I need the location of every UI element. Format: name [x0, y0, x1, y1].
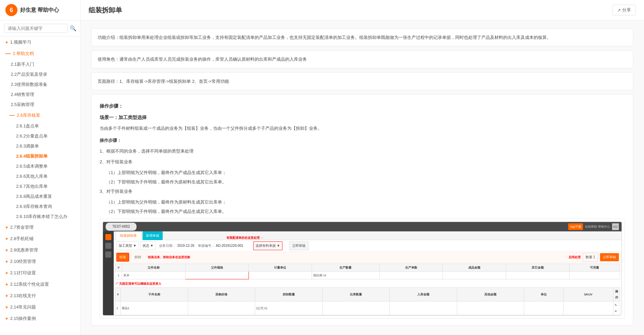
mock-tab-new: 新增单据	[143, 231, 163, 240]
share-icon: ↗	[617, 8, 621, 13]
mock-th-prod-orders: 生产单数	[379, 264, 443, 272]
mock-screen: TEST-H002 App下载 在线帮助 帮助中心 CC	[103, 222, 622, 316]
logo-icon: 6	[5, 4, 17, 16]
mock-brow1-ops: ✎ ✕	[613, 301, 620, 315]
step2-sub2: （2）下部明细为子件明细，最终作为原材料生成其它出库单。	[106, 178, 625, 186]
step1: 1、根据不同的业务，选择不同单据的类型来处理	[100, 147, 625, 156]
mock-row1-avail	[569, 272, 620, 279]
mock-th-avail: 可用量	[569, 264, 620, 272]
mock-bom-select: 选择有料单据 ▼	[253, 241, 282, 250]
search-box: 🔍	[0, 20, 80, 37]
nav-list: + 1.视频学习 — 2.帮助文档 2.1新手入门 2.2产品安装及登录 2.3…	[0, 37, 80, 335]
mock-brow2-dqty: 30.00	[255, 315, 323, 316]
mock-th-parent-spec: 父件规格	[185, 264, 249, 272]
sidebar-item-262[interactable]: 2.6.2分量盘点单	[0, 131, 80, 141]
sidebar-item-label: 2.帮助文档	[13, 51, 34, 57]
path-block: 页面路径：1、库存核算->库存管理->组装拆卸单 2、首页->常用功能	[91, 72, 633, 90]
mock-enable-btn: 立即审核	[289, 241, 309, 250]
sidebar-item-210[interactable]: + 2.10经营管理	[0, 256, 80, 267]
mock-save-btn: 立即审核	[600, 253, 619, 261]
mock-disassemble-tab: 拆卸	[132, 253, 144, 261]
mock-bth-out-qty: 出库数量	[322, 288, 390, 301]
mock-th-other: 其它金额	[506, 264, 570, 272]
mock-brow1-iamt	[390, 301, 457, 315]
mock-assemble-tab: 组装	[116, 253, 129, 262]
search-input[interactable]	[4, 24, 68, 33]
sidebar-item-21[interactable]: 2.1新手入门	[0, 59, 80, 69]
sidebar-item-docs[interactable]: — 2.帮助文档	[0, 48, 80, 59]
mock-qty: 数量 1	[583, 253, 598, 262]
sidebar-item-29[interactable]: + 2.9优惠券管理	[0, 244, 80, 256]
sidebar-item-265[interactable]: 2.6.5成本调整单	[0, 161, 80, 171]
main-content: 功能介绍：组装拆卸单用来处理企业组装或拆卸等加工业务，支持有固定装配清单的产品加…	[80, 20, 644, 335]
mock-bth-unit: 单位	[524, 288, 564, 301]
sidebar-item-label: 2.15操作案例	[10, 316, 36, 322]
mock-brow1-oamt	[457, 301, 524, 315]
sidebar-item-2610[interactable]: 2.6.10库存账本错了怎么办	[0, 212, 80, 222]
sidebar-item-24[interactable]: 2.4销售管理	[0, 90, 80, 100]
sidebar-item-214[interactable]: + 2.14常见问题	[0, 301, 80, 313]
step2-sub1: （1）上部明细为父件明细，最终作为产成品生成其它入库单；	[106, 168, 625, 177]
sidebar-item-266[interactable]: 2.6.6其他入库单	[0, 171, 80, 181]
mock-row1-unit	[249, 272, 312, 279]
mock-bth-other: 其他金额	[457, 288, 524, 301]
mock-row1-no: 1	[115, 272, 122, 279]
scenario1-title: 场景一：加工类型选择	[100, 113, 625, 122]
sidebar-item-video[interactable]: + 1.视频学习	[0, 37, 80, 48]
mock-url-bar: TEST-H002	[106, 223, 137, 231]
mock-row1-other	[506, 272, 570, 279]
expand-211-icon: +	[5, 270, 8, 276]
share-button[interactable]: ↗ 分享	[612, 5, 636, 15]
mock-bth-sku: SKUV	[563, 288, 613, 301]
sidebar-item-28[interactable]: + 2.8手机旺铺	[0, 233, 80, 244]
mock-brow1-unit	[524, 301, 564, 315]
sidebar-item-23[interactable]: 2.3使用前数据准备	[0, 79, 80, 90]
mock-brow1-no: 1	[115, 301, 121, 315]
sidebar-item-27[interactable]: + 2.7资金管理	[0, 222, 80, 233]
sidebar-item-213[interactable]: + 2.13在线支付	[0, 290, 80, 301]
sidebar-item-268[interactable]: 2.6.8商品成本重算	[0, 191, 80, 202]
sidebar-item-263[interactable]: 2.6.3调拨单	[0, 141, 80, 151]
expand-27-icon: +	[5, 225, 8, 230]
collapse-26-icon: —	[9, 112, 15, 118]
mock-sidebar-icon3	[105, 252, 111, 258]
mock-brow2-unit: 0.00	[524, 315, 564, 316]
sidebar-item-label: 1.视频学习	[10, 39, 31, 45]
sidebar-item-264[interactable]: 2.6.4组装拆卸单	[0, 151, 80, 161]
sidebar-item-label: 2.7资金管理	[10, 224, 34, 230]
sidebar-item-215[interactable]: + 2.15操作案例	[0, 313, 80, 324]
mock-th-no: #	[115, 264, 122, 272]
sidebar-item-267[interactable]: 2.6.7其他出库单	[0, 181, 80, 191]
sidebar-item-22[interactable]: 2.2产品安装及登录	[0, 69, 80, 79]
mock-th-prod-qty: 生产数量	[312, 264, 379, 272]
sidebar-item-label: 2.10经营管理	[10, 259, 36, 265]
mock-brow2-ops: ✎ ✕	[613, 315, 620, 316]
expand-215-icon: +	[5, 316, 8, 321]
sidebar-item-261[interactable]: 2.6.1盘点单	[0, 121, 80, 131]
expand-212-icon: +	[5, 282, 8, 287]
expand-213-icon: +	[5, 293, 8, 298]
sidebar-item-label: 2.11打印设置	[10, 270, 36, 276]
mock-brow2-oamt: 0.00	[457, 315, 524, 316]
sidebar-item-26[interactable]: — 2.6库存核算	[0, 110, 80, 121]
mock-th-unit: 计量单位	[249, 264, 312, 272]
mock-tab-active: 组装拆卸单	[116, 231, 141, 240]
step3: 3、对于拆装业务	[100, 187, 625, 196]
mock-brow1-sku	[563, 301, 613, 315]
sidebar-item-label: 2.12系统个性化设置	[10, 281, 49, 287]
sidebar-item-269[interactable]: 2.6.9库存账本查询	[0, 202, 80, 212]
mock-bth-price: 采购价格	[188, 288, 255, 301]
mock-status-select: 状态 ▼	[140, 241, 156, 250]
page-title: 组装拆卸单	[89, 6, 122, 15]
intro-block: 功能介绍：组装拆卸单用来处理企业组装或拆卸等加工业务，支持有固定装配清单的产品加…	[91, 29, 633, 46]
sidebar-item-25[interactable]: 2.5采购管理	[0, 100, 80, 110]
search-button[interactable]: 🔍	[70, 25, 76, 32]
scenario1-desc: 当由多个子件材料组装成一个成品的业务为【组装】业务，当由一个父件拆分成多个子产品…	[100, 124, 625, 133]
expand-210-icon: +	[5, 259, 8, 264]
mock-row1-amount	[443, 272, 506, 279]
mock-row1-porders	[379, 272, 443, 279]
sidebar-item-212[interactable]: + 2.12系统个性化设置	[0, 279, 80, 290]
sidebar-item-211[interactable]: + 2.11打印设置	[0, 267, 80, 279]
step3-sub2: （2）下部明细为子件明细，最终作为产成品生成其它入库单。	[106, 207, 625, 216]
mock-brow2-sku	[563, 315, 613, 316]
